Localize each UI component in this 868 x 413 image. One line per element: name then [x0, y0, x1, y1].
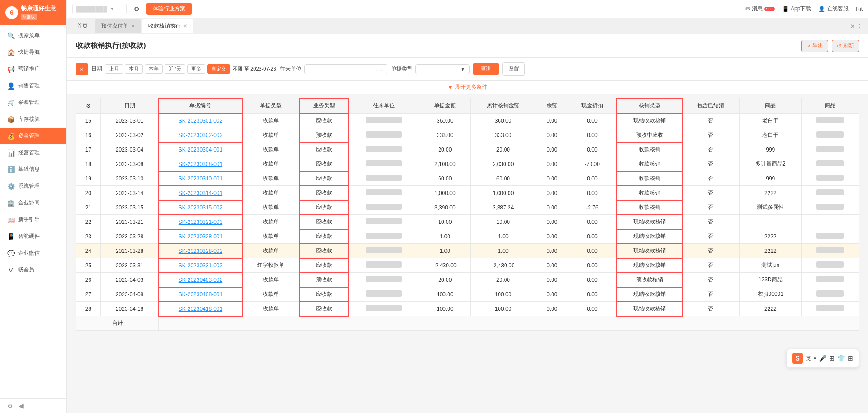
bill-no-link[interactable]: SK-20230418-001	[179, 306, 222, 312]
th-discount[interactable]: 现金折扣	[568, 98, 617, 114]
bill-no-link[interactable]: SK-20230408-001	[179, 291, 222, 298]
expand-conditions-button[interactable]: ▼ 展开更多条件	[448, 83, 487, 91]
partner-blurred	[366, 290, 402, 297]
bill-no-link[interactable]: SK-20230304-001	[179, 147, 222, 153]
bill-no-link[interactable]: SK-20230301-002	[179, 118, 222, 124]
th-verify-type[interactable]: 核销类型	[617, 98, 682, 114]
cell-bill-type: 收款单	[242, 114, 300, 128]
bill-no-link[interactable]: SK-20230314-001	[179, 190, 222, 196]
cell-balance: 0.00	[536, 273, 568, 287]
cell-discount: -2.76	[568, 200, 617, 215]
cell-partner	[348, 114, 420, 128]
type-filter-select[interactable]: ▼	[415, 64, 470, 74]
bill-no-link[interactable]: SK-20230310-001	[179, 176, 222, 182]
sidebar-item-search[interactable]: 🔍 搜索菜单	[0, 27, 66, 44]
settings-button[interactable]: 设置	[502, 62, 525, 76]
partner-input[interactable]	[308, 66, 376, 72]
message-icon: ✉	[745, 6, 750, 12]
sidebar-item-basic[interactable]: ℹ️ 基础信息	[0, 161, 66, 178]
watermark-apps-icon[interactable]: ⊞	[848, 355, 853, 362]
refresh-button[interactable]: ↺ 刷新	[832, 40, 859, 52]
solution-button[interactable]: 体验行业方案	[146, 3, 192, 15]
sidebar-item-member[interactable]: V 畅会员	[0, 261, 66, 278]
app-download-button[interactable]: 📱 App下载	[782, 5, 811, 13]
partner-input-wrap[interactable]: ...	[304, 64, 387, 74]
tab-bar: 首页 预付应付单 ✕ 收款核销执行 ✕ ✕ ⛶	[67, 18, 868, 34]
sidebar-item-operations[interactable]: 📊 经营管理	[0, 144, 66, 161]
th-product1[interactable]: 商品	[740, 98, 802, 114]
th-amount[interactable]: 单据金额	[420, 98, 470, 114]
partner-blurred	[366, 131, 402, 138]
bill-no-link[interactable]: SK-20230321-003	[179, 219, 222, 225]
th-settings[interactable]: ⚙	[76, 98, 101, 114]
watermark-grid-icon[interactable]: ⊞	[829, 355, 835, 362]
bill-no-link[interactable]: SK-20230302-002	[179, 132, 222, 138]
th-accumulated[interactable]: 累计核销金额	[470, 98, 536, 114]
online-service-button[interactable]: 👤 在线客服	[818, 5, 849, 13]
cell-discount: 0.00	[568, 273, 617, 287]
sidebar-label-wechat: 企业微信	[18, 249, 40, 257]
cell-bill-no: SK-20230408-001	[159, 287, 242, 302]
bill-no-link[interactable]: SK-20230315-002	[179, 204, 222, 211]
tab-collection[interactable]: 收款核销执行 ✕	[142, 19, 193, 33]
filter-more[interactable]: 更多	[187, 64, 205, 74]
bill-no-link[interactable]: SK-20230403-002	[179, 277, 222, 283]
sidebar-item-finance[interactable]: 💰 资金管理	[0, 128, 66, 144]
cell-discount: 0.00	[568, 215, 617, 229]
th-bill-type[interactable]: 单据类型	[242, 98, 300, 114]
user-name[interactable]: Rit	[856, 6, 863, 12]
tab-collection-close[interactable]: ✕	[184, 24, 187, 28]
th-biz-type[interactable]: 业务类型	[300, 98, 349, 114]
sidebar-item-enterprise[interactable]: 🏢 企业协同	[0, 195, 66, 211]
cell-bill-no: SK-20230315-002	[159, 200, 242, 215]
tabs-expand-icon[interactable]: ⛶	[859, 23, 864, 29]
settings-bottom-icon[interactable]: ⚙	[7, 402, 13, 409]
tab-prepay[interactable]: 预付应付单 ✕	[95, 19, 141, 33]
sidebar-item-marketing[interactable]: 📢 营销推广	[0, 61, 66, 77]
cell-included: 否	[682, 287, 740, 302]
inventory-icon: 📦	[7, 116, 14, 123]
th-balance[interactable]: 余额	[536, 98, 568, 114]
bill-no-link[interactable]: SK-20230308-001	[179, 161, 222, 167]
sidebar-item-system[interactable]: ⚙️ 系统管理	[0, 178, 66, 195]
export-button[interactable]: ↗ 导出	[801, 40, 828, 52]
tabs-close-all-icon[interactable]: ✕	[850, 23, 855, 30]
cell-balance: 0.00	[536, 171, 568, 186]
collapse-icon[interactable]: ◀	[19, 402, 24, 409]
cell-included: 否	[682, 171, 740, 186]
data-table-container: ⚙ 日期 单据编号 单据类型 业务类型 往来单位 单据金额 累计核销金额 余额 …	[67, 98, 868, 413]
th-included[interactable]: 包含已结清	[682, 98, 740, 114]
sidebar-item-purchase[interactable]: 🛒 采购管理	[0, 94, 66, 111]
watermark-dot-icon[interactable]: •	[814, 355, 816, 362]
sidebar-item-quicknav[interactable]: 🏠 快捷导航	[0, 44, 66, 61]
cell-id: 23	[76, 229, 101, 244]
th-product2[interactable]: 商品	[802, 98, 859, 114]
topbar-brand-selector[interactable]: ████████ ▼	[72, 4, 127, 14]
th-date[interactable]: 日期	[100, 98, 159, 114]
th-partner[interactable]: 往来单位	[348, 98, 420, 114]
purchase-icon: 🛒	[7, 99, 14, 106]
tab-home[interactable]: 首页	[71, 19, 94, 33]
cell-product1: 衣服00001	[740, 287, 802, 302]
tab-prepay-close[interactable]: ✕	[131, 24, 135, 28]
filter-this-month[interactable]: 本月	[125, 64, 143, 74]
bill-no-link[interactable]: SK-20230328-002	[179, 248, 222, 254]
sidebar-item-guide[interactable]: 📖 新手引导	[0, 211, 66, 228]
filter-last-month[interactable]: 上月	[105, 64, 123, 74]
watermark-shirt-icon[interactable]: 👕	[837, 355, 845, 362]
watermark-mic-icon[interactable]: 🎤	[819, 355, 826, 362]
query-button[interactable]: 查询	[473, 63, 499, 75]
bill-no-link[interactable]: SK-20230331-002	[179, 262, 222, 269]
filter-custom[interactable]: 自定义	[207, 64, 230, 74]
filter-toggle-button[interactable]: »	[76, 63, 88, 75]
sidebar-item-sales[interactable]: 👤 销售管理	[0, 77, 66, 94]
sidebar-item-hardware[interactable]: 📱 智能硬件	[0, 228, 66, 245]
sidebar-item-inventory[interactable]: 📦 库存核算	[0, 111, 66, 128]
sidebar-item-wechat[interactable]: 💬 企业微信	[0, 245, 66, 261]
messages-button[interactable]: ✉ 消息 99+	[745, 5, 775, 13]
filter-this-year[interactable]: 本年	[145, 64, 163, 74]
topbar-gear-button[interactable]: ⚙	[130, 3, 143, 15]
th-bill-no[interactable]: 单据编号	[159, 98, 242, 114]
filter-7days[interactable]: 近7天	[165, 64, 185, 74]
bill-no-link[interactable]: SK-20230328-001	[179, 233, 222, 240]
